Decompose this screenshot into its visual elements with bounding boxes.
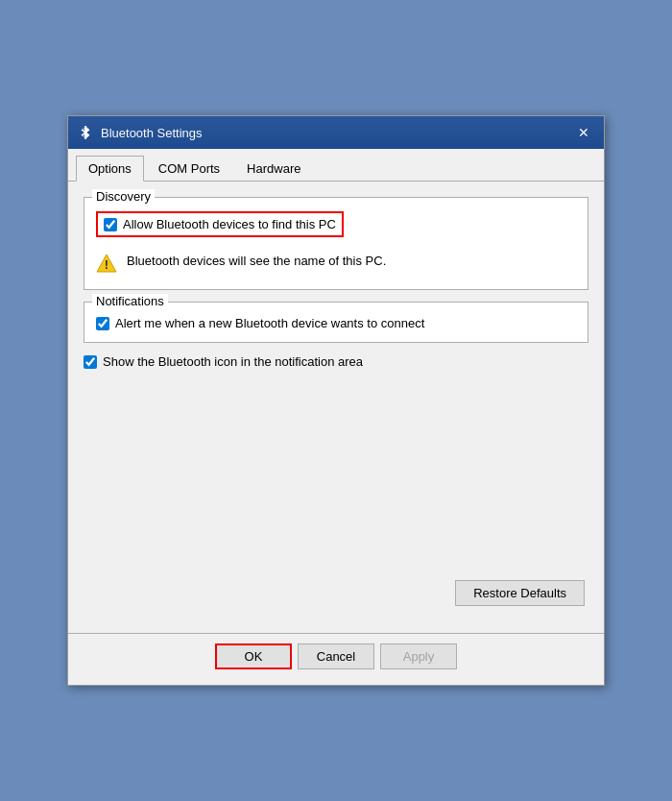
warning-row: ! Bluetooth devices will see the name of… <box>96 249 576 278</box>
svg-text:!: ! <box>105 257 108 272</box>
title-bar-left: Bluetooth Settings <box>78 125 203 140</box>
bluetooth-settings-window: Bluetooth Settings ✕ Options COM Ports H… <box>67 115 605 686</box>
alert-checkbox-label: Alert me when a new Bluetooth device wan… <box>115 316 424 330</box>
main-content: Discovery Allow Bluetooth devices to fin… <box>68 182 604 633</box>
allow-discovery-label: Allow Bluetooth devices to find this PC <box>123 217 336 231</box>
show-bluetooth-icon-label: Show the Bluetooth icon in the notificat… <box>103 354 363 369</box>
tab-bar: Options COM Ports Hardware <box>68 149 604 182</box>
restore-defaults-button[interactable]: Restore Defaults <box>455 580 585 606</box>
allow-discovery-checkbox-row[interactable]: Allow Bluetooth devices to find this PC <box>96 211 344 237</box>
warning-icon: ! <box>96 253 117 274</box>
bluetooth-title-icon <box>78 125 93 140</box>
cancel-button[interactable]: Cancel <box>298 643 374 669</box>
discovery-group: Discovery Allow Bluetooth devices to fin… <box>84 197 588 290</box>
show-bluetooth-icon-checkbox[interactable] <box>84 355 97 369</box>
tab-com-ports[interactable]: COM Ports <box>146 156 232 182</box>
restore-defaults-row: Restore Defaults <box>84 580 588 606</box>
warning-text: Bluetooth devices will see the name of t… <box>127 253 386 270</box>
apply-button[interactable]: Apply <box>380 643 457 669</box>
alert-checkbox[interactable] <box>96 317 109 330</box>
tab-hardware[interactable]: Hardware <box>234 156 313 182</box>
title-bar: Bluetooth Settings ✕ <box>68 116 604 149</box>
allow-discovery-checkbox[interactable] <box>104 218 117 231</box>
close-button[interactable]: ✕ <box>573 122 594 143</box>
alert-checkbox-row[interactable]: Alert me when a new Bluetooth device wan… <box>96 316 576 330</box>
bottom-button-row: OK Cancel Apply <box>68 633 604 685</box>
notifications-group: Notifications Alert me when a new Blueto… <box>84 302 588 343</box>
discovery-group-label: Discovery <box>92 189 155 204</box>
notifications-group-label: Notifications <box>92 294 168 308</box>
ok-button[interactable]: OK <box>215 643 292 669</box>
tab-options[interactable]: Options <box>76 156 144 182</box>
window-title: Bluetooth Settings <box>101 126 203 140</box>
show-bluetooth-icon-row[interactable]: Show the Bluetooth icon in the notificat… <box>84 354 588 369</box>
